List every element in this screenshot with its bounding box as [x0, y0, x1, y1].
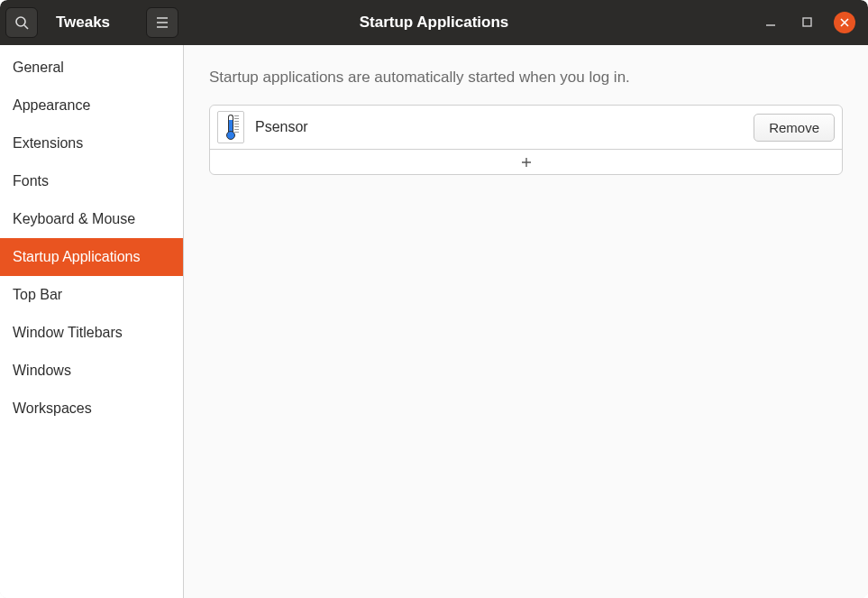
window-controls — [762, 12, 868, 33]
app-title: Tweaks — [25, 14, 141, 32]
sidebar-item-startup-applications[interactable]: Startup Applications — [0, 238, 183, 276]
remove-button[interactable]: Remove — [754, 114, 835, 142]
minimize-icon — [765, 14, 776, 31]
panel-description: Startup applications are automatically s… — [209, 69, 843, 87]
main-panel: Startup applications are automatically s… — [184, 45, 868, 598]
startup-app-list: Psensor Remove — [209, 105, 843, 175]
sidebar-item-general[interactable]: General — [0, 49, 183, 87]
sidebar-item-workspaces[interactable]: Workspaces — [0, 390, 183, 428]
window-body: General Appearance Extensions Fonts Keyb… — [0, 45, 868, 598]
sidebar-item-label: Startup Applications — [13, 249, 140, 265]
close-button[interactable] — [834, 12, 855, 33]
menu-button[interactable] — [146, 7, 178, 38]
maximize-button[interactable] — [798, 14, 816, 32]
sidebar-item-top-bar[interactable]: Top Bar — [0, 276, 183, 314]
sidebar-item-label: Window Titlebars — [13, 325, 123, 341]
startup-app-row: Psensor Remove — [210, 106, 842, 149]
close-icon — [840, 14, 849, 31]
sidebar-item-label: Extensions — [13, 135, 83, 152]
add-startup-app-button[interactable] — [210, 149, 842, 174]
minimize-button[interactable] — [762, 14, 780, 32]
sidebar-item-label: Windows — [13, 363, 71, 379]
plus-icon — [520, 156, 533, 169]
maximize-icon — [802, 14, 812, 31]
svg-point-0 — [16, 17, 25, 26]
sidebar-item-label: Appearance — [13, 97, 90, 114]
sidebar-item-label: Workspaces — [13, 400, 92, 417]
sidebar-item-label: General — [13, 60, 64, 76]
app-icon-thermometer — [217, 111, 244, 143]
sidebar-item-extensions[interactable]: Extensions — [0, 124, 183, 162]
hamburger-icon — [156, 17, 169, 28]
titlebar-left: Tweaks — [0, 0, 184, 45]
sidebar-item-label: Keyboard & Mouse — [13, 211, 135, 227]
sidebar: General Appearance Extensions Fonts Keyb… — [0, 45, 184, 598]
sidebar-item-appearance[interactable]: Appearance — [0, 87, 183, 124]
svg-rect-6 — [803, 18, 811, 26]
sidebar-item-label: Fonts — [13, 173, 49, 189]
sidebar-item-keyboard-mouse[interactable]: Keyboard & Mouse — [0, 200, 183, 238]
sidebar-item-windows[interactable]: Windows — [0, 352, 183, 390]
sidebar-item-window-titlebars[interactable]: Window Titlebars — [0, 314, 183, 352]
sidebar-item-label: Top Bar — [13, 287, 62, 303]
sidebar-item-fonts[interactable]: Fonts — [0, 162, 183, 200]
titlebar: Tweaks Startup Applications — [0, 0, 868, 45]
app-name-label: Psensor — [255, 119, 743, 135]
app-window: Tweaks Startup Applications — [0, 0, 868, 598]
